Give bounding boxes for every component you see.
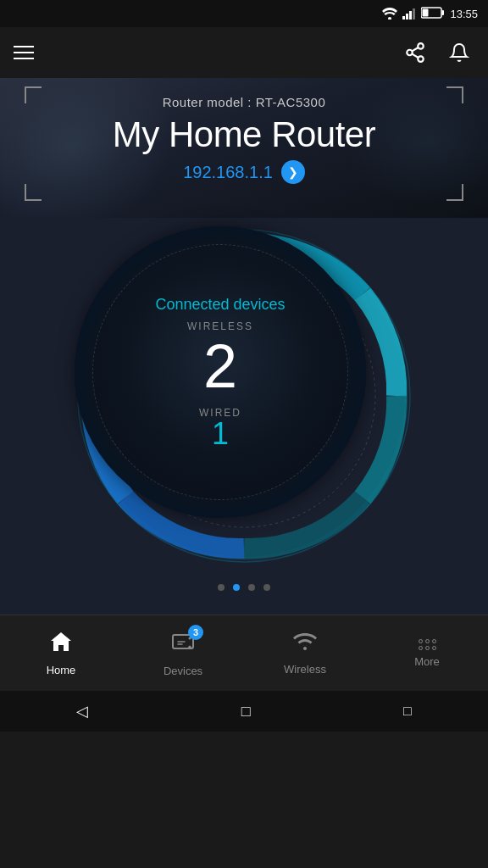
dot-2[interactable] xyxy=(233,584,240,591)
dot-1[interactable] xyxy=(218,584,225,591)
status-bar: 13:55 xyxy=(0,0,488,27)
time-display: 13:55 xyxy=(450,8,478,20)
svg-rect-6 xyxy=(442,10,445,15)
ip-row: 192.168.1.1 ❯ xyxy=(25,160,463,184)
svg-line-12 xyxy=(412,47,418,51)
status-icons: 13:55 xyxy=(382,7,478,20)
svg-point-8 xyxy=(418,43,424,49)
nav-item-devices[interactable]: 3 Devices xyxy=(122,615,244,691)
hero-section: Router model : RT-AC5300 My Home Router … xyxy=(0,78,488,218)
connected-label: Connected devices xyxy=(155,296,285,314)
bottom-nav: Home 3 Devices Wireless xyxy=(0,615,488,691)
wireless-count: 2 xyxy=(203,336,237,397)
devices-badge: 3 xyxy=(188,625,203,640)
top-bar-right xyxy=(400,37,474,68)
svg-point-9 xyxy=(407,50,413,56)
nav-item-home[interactable]: Home xyxy=(0,615,122,691)
home-icon xyxy=(49,631,73,659)
devices-icon: 3 xyxy=(171,630,195,659)
wired-count: 1 xyxy=(212,419,229,449)
svg-rect-4 xyxy=(413,8,415,19)
main-content: Connected devices WIRELESS 2 WIRED 1 xyxy=(0,218,488,615)
gauge-middle: Connected devices WIRELESS 2 WIRED 1 xyxy=(75,226,366,518)
wireless-section-label: WIRELESS xyxy=(187,320,253,332)
svg-rect-2 xyxy=(406,14,408,19)
router-model: Router model : RT-AC5300 xyxy=(25,95,463,109)
wifi-status-icon xyxy=(382,8,397,19)
system-nav-bar: ◁ □ □ xyxy=(0,691,488,732)
gauge-container: Connected devices WIRELESS 2 WIRED 1 xyxy=(75,226,413,565)
router-info-container: Router model : RT-AC5300 My Home Router … xyxy=(25,86,463,201)
signal-status-icon xyxy=(402,8,416,19)
svg-rect-1 xyxy=(402,16,405,19)
home-button[interactable]: □ xyxy=(225,694,268,729)
recents-button[interactable]: □ xyxy=(386,695,429,727)
svg-point-0 xyxy=(388,17,391,19)
notification-button[interactable] xyxy=(444,37,474,68)
router-name: My Home Router xyxy=(25,114,463,155)
top-bar xyxy=(0,27,488,78)
ip-navigate-button[interactable]: ❯ xyxy=(281,160,305,184)
gauge-inner: Connected devices WIRELESS 2 WIRED 1 xyxy=(92,244,349,501)
battery-status xyxy=(421,7,445,20)
dot-3[interactable] xyxy=(248,584,255,591)
nav-item-wireless[interactable]: Wireless xyxy=(244,615,366,691)
devices-label: Devices xyxy=(164,665,202,677)
home-label: Home xyxy=(47,664,76,676)
ip-address: 192.168.1.1 xyxy=(183,163,273,182)
battery-icon xyxy=(421,7,445,19)
nav-item-more[interactable]: More xyxy=(366,615,488,691)
more-label: More xyxy=(414,655,440,668)
page-indicators xyxy=(218,584,270,591)
share-button[interactable] xyxy=(400,37,430,68)
back-button[interactable]: ◁ xyxy=(59,693,105,729)
hamburger-menu[interactable] xyxy=(14,46,34,59)
svg-point-10 xyxy=(418,56,424,62)
svg-line-11 xyxy=(412,54,418,58)
wireless-label-nav: Wireless xyxy=(284,663,326,676)
wireless-icon xyxy=(292,632,318,658)
svg-rect-7 xyxy=(423,9,429,17)
svg-rect-3 xyxy=(409,11,412,19)
dot-4[interactable] xyxy=(263,584,270,591)
more-icon xyxy=(419,639,436,650)
